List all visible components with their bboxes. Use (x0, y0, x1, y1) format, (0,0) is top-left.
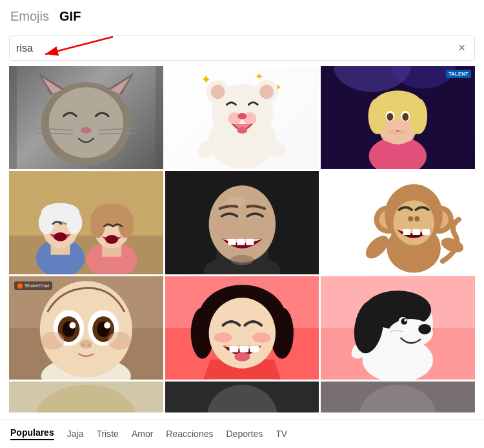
svg-point-27 (237, 127, 247, 134)
svg-rect-83 (403, 229, 411, 235)
gif-item[interactable] (9, 171, 163, 274)
svg-rect-46 (9, 236, 163, 274)
partial-gif-1 (9, 382, 163, 412)
gif-item-partial[interactable] (9, 382, 163, 412)
svg-point-118 (234, 352, 250, 361)
svg-rect-13 (9, 66, 17, 168)
svg-point-80 (394, 200, 435, 245)
svg-point-105 (108, 332, 131, 350)
gif-item-partial[interactable] (321, 382, 475, 412)
talent-badge: TALENT (446, 70, 471, 78)
svg-point-21 (210, 85, 225, 99)
svg-rect-69 (228, 239, 236, 245)
svg-point-68 (254, 223, 272, 236)
svg-rect-84 (413, 229, 421, 235)
category-triste[interactable]: Triste (96, 429, 118, 439)
svg-point-26 (237, 113, 247, 119)
search-bar: × (9, 36, 475, 61)
gif-item[interactable] (165, 171, 319, 274)
monkey-gif (321, 171, 475, 274)
gif-item[interactable] (9, 66, 163, 169)
category-reacciones[interactable]: Reacciones (166, 429, 213, 439)
clear-search-button[interactable]: × (456, 40, 468, 56)
svg-point-72 (230, 255, 254, 265)
header: Emojis GIF (0, 0, 484, 30)
svg-rect-117 (250, 346, 259, 352)
svg-point-51 (39, 211, 54, 234)
svg-point-114 (252, 332, 270, 343)
gif-grid: ✦ ✦ ✦ (9, 66, 475, 380)
svg-rect-70 (237, 239, 245, 245)
search-input[interactable] (16, 43, 456, 54)
svg-rect-71 (246, 239, 254, 245)
bear-gif: ✦ ✦ ✦ (165, 66, 319, 169)
snoopy-gif (321, 276, 475, 380)
gif-item[interactable] (321, 171, 475, 274)
svg-point-131 (405, 319, 407, 321)
bryan-gif (165, 171, 319, 274)
svg-point-130 (401, 318, 408, 325)
partial-row (9, 382, 475, 412)
svg-point-102 (81, 343, 85, 347)
cat-gif (9, 66, 163, 169)
gif-item-partial[interactable] (165, 382, 319, 412)
svg-point-128 (418, 324, 431, 334)
svg-rect-14 (156, 66, 163, 168)
gif-item[interactable] (321, 276, 475, 380)
svg-point-3 (49, 87, 123, 158)
svg-point-60 (105, 235, 118, 244)
sharechat-badge: ShareChat (14, 281, 52, 290)
svg-point-52 (66, 211, 82, 234)
partial-gif-2 (165, 382, 319, 412)
svg-point-44 (397, 129, 415, 142)
category-populares[interactable]: Populares (10, 427, 54, 440)
svg-point-100 (104, 322, 110, 329)
gif-item[interactable] (165, 276, 319, 380)
svg-point-99 (69, 322, 76, 329)
svg-rect-115 (229, 346, 238, 352)
svg-point-58 (90, 210, 105, 238)
svg-point-38 (410, 98, 428, 134)
category-amor[interactable]: Amor (132, 429, 153, 439)
anime-gif (165, 276, 319, 380)
woman-gif (321, 66, 475, 169)
svg-text:✦: ✦ (255, 71, 263, 82)
svg-point-23 (259, 85, 274, 99)
svg-point-37 (368, 98, 387, 134)
gif-item[interactable]: ShareChat (9, 276, 163, 380)
category-jaja[interactable]: Jaja (67, 429, 84, 439)
svg-point-8 (81, 127, 91, 134)
category-tv[interactable]: TV (276, 429, 287, 439)
gif-item[interactable]: TALENT (321, 66, 475, 169)
baby-gif (9, 276, 163, 380)
partial-gif-3 (321, 382, 475, 412)
svg-point-113 (214, 332, 232, 343)
svg-point-59 (118, 210, 134, 238)
gif-item[interactable]: ✦ ✦ ✦ (165, 66, 319, 169)
svg-point-43 (381, 129, 399, 142)
tab-emojis[interactable]: Emojis (10, 8, 49, 25)
svg-point-81 (408, 216, 414, 221)
category-bar: Populares Jaja Triste Amor Reacciones De… (0, 419, 484, 448)
svg-point-103 (87, 343, 91, 347)
svg-point-42 (403, 113, 409, 121)
tab-gif[interactable]: GIF (59, 8, 81, 25)
svg-point-53 (54, 232, 67, 241)
golden-girls-gif (9, 171, 163, 274)
svg-point-104 (41, 332, 65, 350)
svg-rect-116 (239, 346, 248, 352)
svg-point-82 (415, 216, 420, 221)
svg-point-41 (387, 113, 394, 121)
svg-point-67 (212, 223, 230, 236)
svg-rect-85 (422, 229, 430, 235)
category-deportes[interactable]: Deportes (226, 429, 263, 439)
